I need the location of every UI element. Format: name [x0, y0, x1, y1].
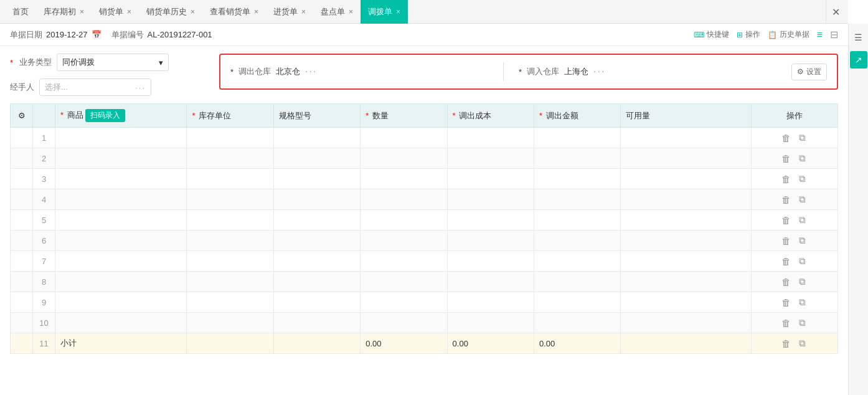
row-avail-cell[interactable]	[621, 169, 751, 189]
row-goods-cell[interactable]	[55, 148, 187, 169]
row-avail-cell[interactable]	[621, 292, 751, 313]
copy-icon[interactable]: ⧉	[796, 337, 809, 350]
copy-icon[interactable]: ⧉	[796, 131, 809, 144]
business-type-select[interactable]: 同价调拨 ▾	[57, 54, 169, 71]
row-goods-cell[interactable]	[55, 292, 187, 313]
row-qty-cell[interactable]	[361, 313, 447, 333]
copy-icon[interactable]: ⧉	[796, 255, 809, 267]
row-spec-cell[interactable]	[273, 231, 360, 251]
delete-icon[interactable]: 🗑	[780, 275, 793, 288]
tab-view-sales[interactable]: 查看销货单 ×	[202, 0, 266, 24]
row-spec-cell[interactable]	[273, 210, 360, 231]
row-qty-cell[interactable]	[361, 189, 447, 210]
row-unit-cell[interactable]	[187, 148, 273, 169]
row-qty-cell[interactable]	[361, 251, 447, 272]
tab-sales-order-close[interactable]: ×	[127, 7, 131, 16]
row-qty-cell[interactable]	[361, 292, 447, 313]
row-cost-cell[interactable]	[447, 210, 534, 231]
shortcut-btn[interactable]: ⌨ 快捷键	[694, 29, 729, 40]
row-cost-cell[interactable]	[447, 292, 534, 313]
handler-select[interactable]: 选择... ···	[39, 79, 151, 96]
row-qty-cell[interactable]	[361, 169, 447, 189]
row-avail-cell[interactable]	[621, 210, 751, 231]
row-spec-cell[interactable]	[273, 169, 360, 189]
row-amount-cell[interactable]	[534, 251, 621, 272]
copy-icon[interactable]: ⧉	[796, 234, 809, 247]
copy-icon[interactable]: ⧉	[796, 275, 809, 288]
row-spec-cell[interactable]	[273, 189, 360, 210]
window-close-button[interactable]: ✕	[826, 0, 846, 24]
copy-icon[interactable]: ⧉	[796, 296, 809, 308]
tab-sales-order[interactable]: 销货单 ×	[92, 0, 139, 24]
tab-transfer-order[interactable]: 调拨单 ×	[361, 0, 408, 24]
delete-icon[interactable]: 🗑	[780, 234, 793, 247]
delete-icon[interactable]: 🗑	[780, 337, 793, 350]
row-avail-cell[interactable]	[621, 128, 751, 148]
row-avail-cell[interactable]	[621, 313, 751, 333]
row-unit-cell[interactable]	[187, 292, 273, 313]
tab-sales-history[interactable]: 销货单历史 ×	[139, 0, 202, 24]
row-qty-cell[interactable]	[361, 231, 447, 251]
sidebar-list-icon[interactable]: ☰	[850, 29, 867, 46]
row-goods-cell[interactable]	[55, 251, 187, 272]
row-qty-cell[interactable]	[361, 148, 447, 169]
row-spec-cell[interactable]	[273, 292, 360, 313]
copy-icon[interactable]: ⧉	[796, 193, 809, 206]
tab-inventory-count[interactable]: 盘点单 ×	[313, 0, 361, 24]
row-unit-cell[interactable]	[187, 272, 273, 292]
row-spec-cell[interactable]	[273, 251, 360, 272]
tab-transfer-order-close[interactable]: ×	[396, 7, 400, 16]
row-goods-cell[interactable]	[55, 210, 187, 231]
row-goods-cell[interactable]	[55, 313, 187, 333]
row-amount-cell[interactable]	[534, 169, 621, 189]
row-cost-cell[interactable]	[447, 169, 534, 189]
row-cost-cell[interactable]	[447, 272, 534, 292]
row-unit-cell[interactable]	[187, 251, 273, 272]
delete-icon[interactable]: 🗑	[780, 316, 793, 329]
row-cost-cell[interactable]	[447, 231, 534, 251]
row-goods-cell[interactable]	[55, 231, 187, 251]
tab-purchase-order-close[interactable]: ×	[301, 7, 306, 16]
row-spec-cell[interactable]	[273, 128, 360, 148]
row-unit-cell[interactable]	[187, 313, 273, 333]
row-avail-cell[interactable]	[621, 148, 751, 169]
tab-inventory-init[interactable]: 库存期初 ×	[36, 0, 92, 24]
row-amount-cell[interactable]	[534, 128, 621, 148]
row-cost-cell[interactable]	[447, 251, 534, 272]
row-spec-cell[interactable]	[273, 148, 360, 169]
row-goods-cell[interactable]	[55, 169, 187, 189]
row-amount-cell[interactable]	[534, 231, 621, 251]
row-avail-cell[interactable]	[621, 272, 751, 292]
row-amount-cell[interactable]	[534, 189, 621, 210]
row-goods-cell[interactable]	[55, 272, 187, 292]
layout-btn1[interactable]: ≡	[817, 29, 823, 40]
row-amount-cell[interactable]	[534, 313, 621, 333]
col-gear[interactable]: ⚙	[11, 104, 33, 128]
sidebar-export-icon[interactable]: ↗	[850, 51, 867, 69]
row-spec-cell[interactable]	[273, 313, 360, 333]
row-unit-cell[interactable]	[187, 189, 273, 210]
row-amount-cell[interactable]	[534, 210, 621, 231]
row-amount-cell[interactable]	[534, 272, 621, 292]
delete-icon[interactable]: 🗑	[780, 255, 793, 267]
row-avail-cell[interactable]	[621, 231, 751, 251]
row-qty-cell[interactable]	[361, 210, 447, 231]
row-amount-cell[interactable]	[534, 148, 621, 169]
copy-icon[interactable]: ⧉	[796, 173, 809, 185]
setting-btn[interactable]: ⚙ 设置	[791, 64, 827, 80]
row-qty-cell[interactable]	[361, 272, 447, 292]
row-unit-cell[interactable]	[187, 128, 273, 148]
scan-button[interactable]: 扫码录入	[85, 109, 125, 122]
delete-icon[interactable]: 🗑	[780, 152, 793, 164]
out-warehouse-more[interactable]: ···	[305, 66, 317, 77]
row-qty-cell[interactable]	[361, 128, 447, 148]
row-amount-cell[interactable]	[534, 292, 621, 313]
tab-sales-history-close[interactable]: ×	[191, 7, 195, 16]
row-goods-cell[interactable]	[55, 189, 187, 210]
copy-icon[interactable]: ⧉	[796, 214, 809, 226]
row-cost-cell[interactable]	[447, 189, 534, 210]
history-btn[interactable]: 📋 历史单据	[768, 29, 809, 40]
row-avail-cell[interactable]	[621, 251, 751, 272]
operation-btn[interactable]: ⊞ 操作	[737, 29, 760, 40]
row-avail-cell[interactable]	[621, 189, 751, 210]
